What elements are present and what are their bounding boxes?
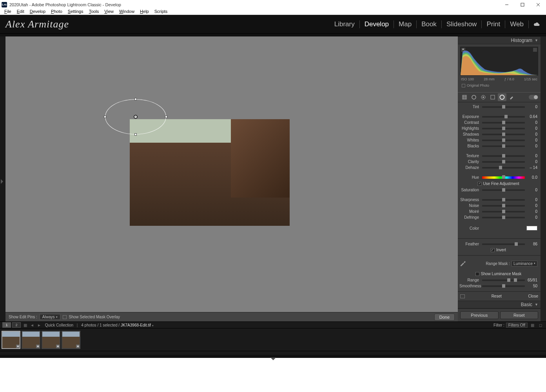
grid-view-icon[interactable]: ▦: [22, 323, 29, 327]
tint-slider[interactable]: Tint0: [459, 104, 537, 110]
dehaze-slider[interactable]: Dehaze– 14: [459, 165, 537, 171]
previous-button[interactable]: Previous: [460, 311, 499, 319]
bottom-panel-collapse[interactable]: [0, 355, 546, 358]
blacks-slider[interactable]: Blacks0: [459, 143, 537, 149]
contrast-slider[interactable]: Contrast0: [459, 120, 537, 125]
top-panel-collapse[interactable]: [0, 34, 546, 36]
photo-count: 4 photos / 1 selected /: [81, 323, 120, 327]
saturation-slider[interactable]: Saturation0: [459, 187, 537, 193]
menu-window[interactable]: Window: [117, 9, 136, 14]
color-picker-row[interactable]: Color: [459, 224, 537, 232]
reset-button[interactable]: Reset: [500, 311, 539, 319]
radial-filter-tool[interactable]: [498, 93, 506, 101]
menu-photo[interactable]: Photo: [49, 9, 64, 14]
nav-next-icon[interactable]: ►: [36, 323, 43, 327]
filter-switch-icon[interactable]: ◻: [537, 323, 544, 327]
left-panel-collapsed[interactable]: [0, 36, 5, 321]
maximize-button[interactable]: [515, 0, 530, 9]
histogram-panel-header[interactable]: Histogram▼: [458, 36, 541, 44]
sharpness-slider[interactable]: Sharpness0: [459, 197, 537, 203]
highlights-slider[interactable]: Highlights0: [459, 125, 537, 131]
secondary-view-1[interactable]: 1: [2, 322, 11, 328]
show-mask-checkbox[interactable]: [63, 315, 67, 319]
radial-handle-right[interactable]: [165, 116, 167, 118]
filter-dropdown[interactable]: Filters Off: [506, 323, 528, 328]
eyedropper-icon[interactable]: [459, 260, 467, 267]
current-filename[interactable]: JK7A3968-Edit.tif: [121, 323, 151, 327]
menu-file[interactable]: File: [2, 9, 13, 14]
module-map[interactable]: Map: [394, 20, 417, 28]
badge-icon: ▣: [16, 345, 20, 348]
invert-checkbox[interactable]: ✓Invert: [459, 247, 537, 254]
menu-help[interactable]: Help: [138, 9, 151, 14]
hue-slider[interactable]: Hue0.0: [459, 174, 537, 180]
secondary-view-2[interactable]: 2: [12, 322, 21, 328]
module-web[interactable]: Web: [505, 20, 529, 28]
module-library[interactable]: Library: [330, 20, 360, 28]
panel-switch[interactable]: [529, 95, 538, 100]
thumbnail[interactable]: ▣: [42, 331, 60, 349]
thumbnail[interactable]: ▣: [2, 331, 20, 349]
close-button[interactable]: [530, 0, 546, 9]
module-print[interactable]: Print: [482, 20, 505, 28]
right-panel-scrollbar[interactable]: [541, 36, 546, 321]
close-link[interactable]: Close: [528, 294, 538, 298]
range-mask-dropdown[interactable]: Luminance▾: [512, 261, 537, 267]
menu-edit[interactable]: Edit: [15, 9, 26, 14]
spot-removal-tool[interactable]: [470, 93, 478, 101]
minimize-button[interactable]: [499, 0, 515, 9]
radial-center-pin[interactable]: [134, 115, 138, 119]
module-slideshow[interactable]: Slideshow: [442, 20, 482, 28]
radial-handle-top[interactable]: [134, 98, 137, 100]
module-develop[interactable]: Develop: [360, 20, 394, 28]
use-fine-adjustment[interactable]: ✓Use Fine Adjustment: [459, 180, 537, 187]
filter-lock-icon[interactable]: ▦: [529, 323, 536, 327]
menu-view[interactable]: View: [102, 9, 116, 14]
show-edit-pins-label: Show Edit Pins :: [9, 315, 37, 319]
menu-scripts[interactable]: Scripts: [152, 9, 170, 14]
adjustment-brush-tool[interactable]: [507, 93, 516, 101]
smoothness-slider[interactable]: Smoothness50: [459, 283, 537, 289]
filmstrip[interactable]: ▣ ▣ ▣ ▣: [0, 328, 546, 351]
graduated-filter-tool[interactable]: [488, 93, 497, 101]
cloud-sync-icon[interactable]: [533, 22, 541, 27]
menu-develop[interactable]: Develop: [28, 9, 47, 14]
shadows-slider[interactable]: Shadows0: [459, 131, 537, 137]
reset-link[interactable]: Reset: [492, 294, 502, 298]
clarity-slider[interactable]: Clarity0: [459, 159, 537, 165]
feather-slider[interactable]: Feather86: [459, 241, 537, 247]
identity-plate[interactable]: Alex Armitage: [5, 18, 69, 30]
radial-handle-bottom[interactable]: [134, 133, 137, 136]
range-slider[interactable]: Range65/91: [459, 277, 537, 283]
source-label[interactable]: Quick Collection: [45, 323, 73, 327]
redeye-tool[interactable]: [479, 93, 488, 101]
defringe-slider[interactable]: Defringe0: [459, 214, 537, 220]
menu-tools[interactable]: Tools: [87, 9, 101, 14]
nav-prev-icon[interactable]: ◄: [29, 323, 36, 327]
show-luminance-mask[interactable]: Show Luminance Mask: [459, 270, 537, 277]
previous-reset-row: Previous Reset: [458, 309, 541, 321]
histo-shutter: 1/15 sec: [524, 77, 537, 81]
filmstrip-scrollbar[interactable]: [0, 351, 546, 355]
image-canvas[interactable]: [5, 36, 458, 312]
texture-slider[interactable]: Texture0: [459, 153, 537, 159]
thumbnail[interactable]: ▣: [22, 331, 40, 349]
radial-handle-left[interactable]: [104, 116, 106, 118]
preset-save-icon[interactable]: [460, 294, 465, 298]
exposure-slider[interactable]: Exposure0.64: [459, 114, 537, 120]
radial-filter-overlay[interactable]: [105, 99, 166, 134]
whites-slider[interactable]: Whites0: [459, 137, 537, 143]
crop-tool[interactable]: [460, 93, 469, 101]
histogram[interactable]: [460, 47, 538, 76]
noise-slider[interactable]: Noise0: [459, 203, 537, 209]
menu-settings[interactable]: Settings: [66, 9, 85, 14]
module-book[interactable]: Book: [417, 20, 442, 28]
thumbnail[interactable]: ▣: [62, 331, 80, 349]
color-swatch[interactable]: [526, 226, 537, 230]
done-button[interactable]: Done: [434, 314, 455, 321]
preview-image[interactable]: [130, 119, 290, 226]
basic-panel-header[interactable]: Basic▼: [458, 301, 541, 309]
show-edit-pins-dropdown[interactable]: Always▾: [40, 314, 60, 320]
moire-slider[interactable]: Moiré0: [459, 209, 537, 214]
original-photo-toggle[interactable]: Original Photo: [460, 83, 538, 90]
